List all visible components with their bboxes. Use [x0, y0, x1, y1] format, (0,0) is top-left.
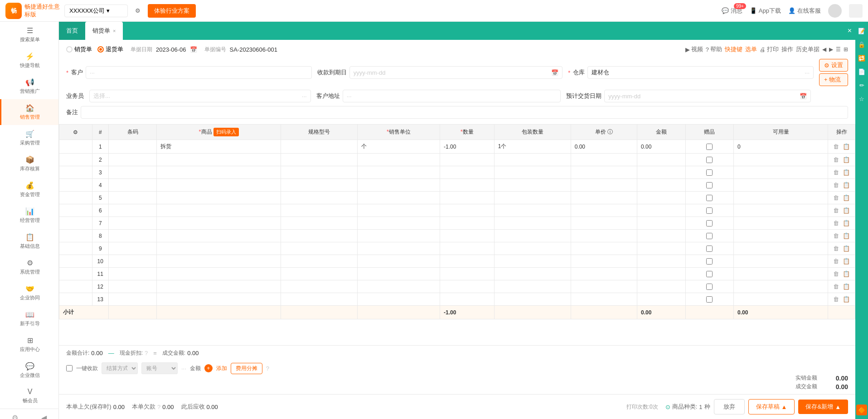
grid-view-btn[interactable]: ⊞ — [844, 46, 848, 53]
account-select[interactable]: 账号 — [141, 362, 178, 374]
tab-home[interactable]: 首页 — [59, 22, 85, 40]
delete-icon[interactable]: 🗑 — [833, 220, 839, 226]
list-view-btn[interactable]: ☰ — [836, 46, 841, 53]
settings-bottom-icon[interactable]: ⚙ — [12, 414, 18, 419]
settings-btn[interactable]: ⚙ 设置 — [819, 59, 848, 72]
avatar[interactable] — [828, 4, 842, 18]
expense-btn[interactable]: 费用分摊 — [231, 363, 262, 374]
sidebar-item-operations[interactable]: 📊 经营管理 — [0, 202, 58, 228]
next-record-btn[interactable]: ▶ — [829, 46, 833, 53]
print-btn[interactable]: 🖨 打印 — [760, 45, 779, 53]
tab-close-icon[interactable]: × — [113, 28, 116, 34]
user-menu[interactable] — [849, 4, 863, 18]
copy-icon[interactable]: 📋 — [843, 143, 850, 150]
sidebar-item-enterprise[interactable]: 🤝 企业协同 — [0, 280, 58, 306]
shortcut-btn[interactable]: 快捷键 — [725, 45, 742, 53]
sidebar-item-app-center[interactable]: ⊞ 应用中心 — [0, 332, 58, 357]
onepay-checkbox[interactable] — [66, 365, 73, 371]
copy-icon[interactable]: 📋 — [843, 182, 850, 188]
copy-icon[interactable]: 📋 — [843, 232, 850, 239]
company-selector[interactable]: XXXXXX公司 ▾ — [64, 5, 128, 17]
sidebar-item-sales[interactable]: 🏠 销售管理 — [0, 99, 58, 125]
video-btn[interactable]: ▶ 视频 — [685, 45, 703, 53]
gift-checkbox[interactable] — [706, 296, 713, 303]
delete-icon[interactable]: 🗑 — [833, 258, 839, 265]
delete-icon[interactable]: 🗑 — [833, 156, 839, 163]
right-panel-note-icon[interactable]: 📝 — [856, 25, 867, 36]
sidebar-item-inventory[interactable]: 📦 库存核算 — [0, 151, 58, 177]
customer-input[interactable]: ··· — [86, 66, 312, 79]
logistics-btn[interactable]: + 物流 — [819, 73, 848, 86]
app-download-btn[interactable]: 📱 App下载 — [750, 7, 781, 15]
gift-checkbox[interactable] — [706, 233, 713, 239]
delete-icon[interactable]: 🗑 — [833, 270, 839, 277]
sidebar-item-quick-nav[interactable]: ⚡ 快捷导航 — [0, 48, 58, 73]
salesman-input[interactable]: 选择... ··· — [89, 90, 311, 102]
delete-icon[interactable]: 🗑 — [833, 296, 839, 303]
copy-icon[interactable]: 📋 — [843, 270, 850, 277]
scan-btn[interactable]: 扫码录入 — [213, 128, 239, 136]
select-btn[interactable]: 选单 — [745, 45, 757, 53]
history-btn[interactable]: 历史单据 — [796, 45, 820, 53]
delete-icon[interactable]: 🗑 — [833, 207, 839, 214]
delete-icon[interactable]: 🗑 — [833, 182, 839, 188]
copy-icon[interactable]: 📋 — [843, 194, 850, 201]
copy-icon[interactable]: 📋 — [843, 245, 850, 252]
trial-button[interactable]: 体验行业方案 — [148, 4, 196, 18]
notes-input[interactable] — [81, 106, 848, 119]
sidebar-item-finance[interactable]: 💰 资金管理 — [0, 177, 58, 202]
sidebar-item-basic[interactable]: 📋 基础信息 — [0, 228, 58, 254]
sidebar-item-guide[interactable]: 📖 新手引导 — [0, 306, 58, 332]
save-draft-btn[interactable]: 保存草稿 ▲ — [748, 399, 795, 414]
right-panel-star-icon[interactable]: ☆ — [856, 93, 867, 104]
right-panel-orange-icon[interactable]: 🔶 — [856, 405, 867, 415]
settings-icon[interactable]: ⚙ — [131, 5, 144, 17]
gift-checkbox[interactable] — [706, 284, 713, 290]
online-service-btn[interactable]: 👤 在线客服 — [788, 7, 821, 15]
delete-icon[interactable]: 🗑 — [833, 143, 839, 150]
amount-dots[interactable]: ··· — [181, 365, 186, 372]
radio-return[interactable]: 退货单 — [97, 45, 123, 53]
close-all-tabs-icon[interactable]: × — [848, 27, 852, 35]
th-settings[interactable]: ⚙ — [59, 125, 92, 140]
gift-checkbox[interactable] — [706, 195, 713, 201]
message-btn[interactable]: 💬 消息 99+ — [722, 7, 742, 15]
delete-icon[interactable]: 🗑 — [833, 232, 839, 239]
delivery-calendar-icon[interactable]: 📅 — [800, 93, 807, 100]
copy-icon[interactable]: 📋 — [843, 207, 850, 214]
due-date-input[interactable]: yyyy-mm-dd 📅 — [349, 66, 563, 79]
add-payment-btn[interactable]: + — [204, 364, 213, 372]
due-date-calendar-icon[interactable]: 📅 — [551, 69, 558, 76]
delete-icon[interactable]: 🗑 — [833, 169, 839, 176]
collapse-icon[interactable]: ◀ — [41, 414, 47, 419]
copy-icon[interactable]: 📋 — [843, 220, 850, 226]
discard-btn[interactable]: 放弃 — [714, 399, 745, 414]
date-calendar-icon[interactable]: 📅 — [190, 46, 197, 53]
delivery-date-input[interactable]: yyyy-mm-dd 📅 — [604, 90, 811, 102]
copy-icon[interactable]: 📋 — [843, 169, 850, 176]
gift-checkbox[interactable] — [706, 207, 713, 214]
gift-checkbox[interactable] — [706, 271, 713, 277]
operate-btn[interactable]: 操作 — [781, 45, 793, 53]
right-panel-lock-icon[interactable]: 🔒 — [856, 39, 867, 50]
right-panel-refresh-icon[interactable]: 🔁 — [856, 53, 867, 63]
sidebar-item-vip[interactable]: V 畅会员 — [0, 383, 58, 409]
prev-record-btn[interactable]: ◀ — [822, 46, 826, 53]
tab-sale-order[interactable]: 销货单 × — [85, 22, 123, 40]
delete-icon[interactable]: 🗑 — [833, 194, 839, 201]
copy-icon[interactable]: 📋 — [843, 283, 850, 290]
gift-checkbox[interactable] — [706, 169, 713, 176]
gift-checkbox[interactable] — [706, 144, 713, 150]
right-panel-doc-icon[interactable]: 📄 — [856, 66, 867, 77]
gift-checkbox[interactable] — [706, 182, 713, 188]
sidebar-item-system[interactable]: ⚙ 系统管理 — [0, 254, 58, 280]
copy-icon[interactable]: 📋 — [843, 156, 850, 163]
gift-checkbox[interactable] — [706, 258, 713, 265]
radio-sale[interactable]: 销货单 — [66, 45, 92, 53]
warehouse-input[interactable]: 建材仓 ··· — [587, 66, 814, 79]
delete-icon[interactable]: 🗑 — [833, 283, 839, 290]
help-btn[interactable]: ? 帮助 — [706, 45, 722, 53]
right-panel-edit-icon[interactable]: ✏ — [856, 80, 867, 91]
sidebar-item-wechat[interactable]: 💬 企业微信 — [0, 357, 58, 383]
customer-addr-input[interactable]: ··· — [343, 90, 561, 102]
